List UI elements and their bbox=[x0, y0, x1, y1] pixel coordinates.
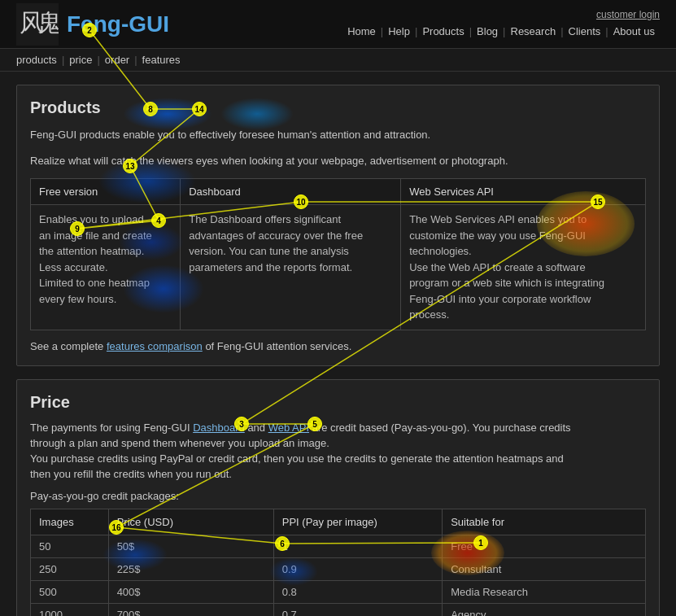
nav-clients[interactable]: Clients bbox=[564, 24, 606, 39]
price-ppi-1000: 0.7 bbox=[273, 603, 442, 616]
price-col-price: Price (USD) bbox=[108, 509, 273, 535]
nav-help[interactable]: Help bbox=[383, 24, 415, 39]
main-nav: Home | Help | Products | Blog | Research… bbox=[342, 24, 660, 39]
nav-home[interactable]: Home bbox=[342, 24, 381, 39]
cell-free: Enables you to uploadan image file and c… bbox=[31, 205, 181, 330]
price-desc3: You purchase credits using PayPal or cre… bbox=[30, 452, 646, 465]
logo-area: 风 鬼 Feng-GUI bbox=[16, 3, 169, 46]
header: 风 鬼 Feng-GUI customer login Home | Help … bbox=[0, 0, 676, 49]
price-desc1: The payments for using Feng-GUI Dashboar… bbox=[30, 422, 646, 434]
price-section: Price The payments for using Feng-GUI Da… bbox=[16, 379, 660, 617]
price-desc4: then you refill the credits when you run… bbox=[30, 468, 646, 480]
subnav-products[interactable]: products bbox=[16, 54, 57, 66]
price-col-ppi: PPI (Pay per image) bbox=[273, 509, 442, 535]
logo-text: Feng-GUI bbox=[67, 11, 169, 37]
price-suitable-250: Consultant bbox=[443, 557, 646, 580]
price-usd-500: 400$ bbox=[108, 580, 273, 603]
price-col-images: Images bbox=[31, 509, 109, 535]
main-content: Products Feng-GUI products enable you to… bbox=[0, 85, 676, 616]
features-compare-text: See a complete features comparison of Fe… bbox=[30, 340, 646, 352]
cell-dashboard: The Dashboard offers significantadvantag… bbox=[181, 205, 401, 330]
nav-products[interactable]: Products bbox=[417, 24, 469, 39]
price-row-250: 250 225$ 0.9 Consultant bbox=[31, 557, 646, 580]
price-ppi-50: 1 bbox=[273, 535, 442, 557]
nav-research[interactable]: Research bbox=[506, 24, 561, 39]
price-col-suitable: Suitable for bbox=[443, 509, 646, 535]
sub-nav: products | price | order | features bbox=[0, 49, 676, 72]
dashboard-link[interactable]: Dashboard bbox=[193, 422, 245, 434]
price-title: Price bbox=[30, 393, 646, 412]
subnav-features[interactable]: features bbox=[142, 54, 181, 66]
table-row: Enables you to uploadan image file and c… bbox=[31, 205, 646, 330]
price-usd-1000: 700$ bbox=[108, 603, 273, 616]
logo-icon: 风 鬼 bbox=[16, 3, 59, 46]
products-table: Free version Dashboard Web Services API … bbox=[30, 178, 646, 330]
price-images-500: 500 bbox=[31, 580, 109, 603]
nav-area: customer login Home | Help | Products | … bbox=[342, 9, 660, 39]
col-webapi: Web Services API bbox=[401, 179, 646, 205]
price-ppi-250: 0.9 bbox=[273, 557, 442, 580]
products-title: Products bbox=[30, 98, 646, 117]
cell-webapi: The Web Services API enables you tocusto… bbox=[401, 205, 646, 330]
nav-aboutus[interactable]: About us bbox=[608, 24, 660, 39]
products-section: Products Feng-GUI products enable you to… bbox=[16, 85, 660, 366]
nav-blog[interactable]: Blog bbox=[472, 24, 503, 39]
price-table: Images Price (USD) PPI (Pay per image) S… bbox=[30, 509, 646, 617]
col-free: Free version bbox=[31, 179, 181, 205]
subnav-price[interactable]: price bbox=[69, 54, 92, 66]
col-dashboard: Dashboard bbox=[181, 179, 401, 205]
customer-login-link[interactable]: customer login bbox=[596, 9, 660, 20]
price-usd-50: 50$ bbox=[108, 535, 273, 557]
price-row-1000: 1000 700$ 0.7 Agency bbox=[31, 603, 646, 616]
products-desc1: Feng-GUI products enable you to effectiv… bbox=[30, 127, 646, 143]
price-suitable-1000: Agency bbox=[443, 603, 646, 616]
svg-text:鬼: 鬼 bbox=[37, 9, 59, 36]
price-images-50: 50 bbox=[31, 535, 109, 557]
price-images-1000: 1000 bbox=[31, 603, 109, 616]
price-suitable-500: Media Research bbox=[443, 580, 646, 603]
price-row-500: 500 400$ 0.8 Media Research bbox=[31, 580, 646, 603]
price-usd-250: 225$ bbox=[108, 557, 273, 580]
subnav-order[interactable]: order bbox=[105, 54, 129, 66]
page-wrapper: 风 鬼 Feng-GUI customer login Home | Help … bbox=[0, 0, 676, 616]
price-row-50: 50 50$ 1 Free bbox=[31, 535, 646, 557]
features-comparison-link[interactable]: features comparison bbox=[107, 340, 203, 352]
pay-label: Pay-as-you-go credit packages: bbox=[30, 490, 646, 502]
price-images-250: 250 bbox=[31, 557, 109, 580]
webapi-link[interactable]: Web API bbox=[268, 422, 309, 434]
products-desc2: Realize what will catch the viewers eyes… bbox=[30, 153, 646, 169]
price-ppi-500: 0.8 bbox=[273, 580, 442, 603]
price-desc2: through a plan and spend them whenever y… bbox=[30, 437, 646, 449]
price-suitable-50: Free bbox=[443, 535, 646, 557]
